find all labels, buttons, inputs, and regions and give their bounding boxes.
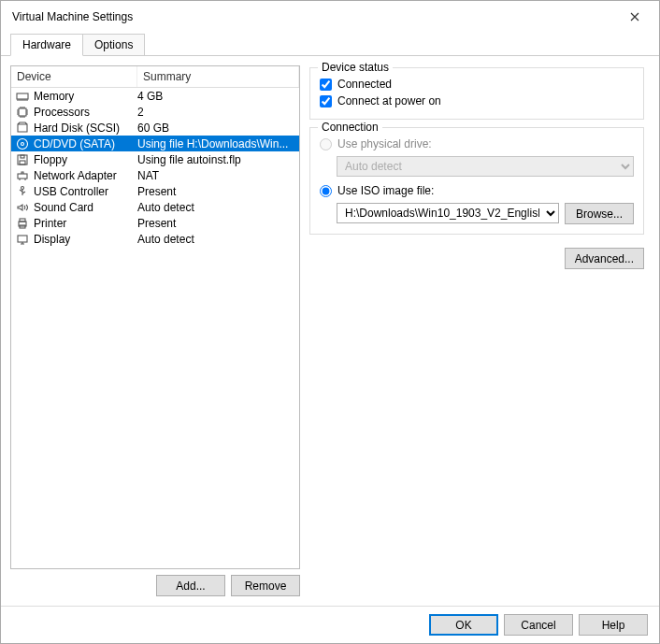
svg-rect-10 xyxy=(20,219,25,222)
memory-icon xyxy=(15,90,30,103)
add-button[interactable]: Add... xyxy=(156,575,225,596)
disk-icon xyxy=(15,122,30,135)
device-summary: 2 xyxy=(137,106,299,119)
header-device[interactable]: Device xyxy=(11,66,137,87)
device-name: Floppy xyxy=(34,153,137,166)
connection-group: Connection Use physical drive: Auto dete… xyxy=(309,127,644,235)
svg-rect-12 xyxy=(18,236,27,242)
device-summary: NAT xyxy=(137,169,299,182)
iso-label: Use ISO image file: xyxy=(337,184,434,197)
svg-rect-0 xyxy=(17,93,28,99)
connected-label: Connected xyxy=(337,78,392,91)
iso-row[interactable]: Use ISO image file: xyxy=(320,182,634,199)
device-name: Display xyxy=(34,233,137,246)
device-list[interactable]: Device Summary Memory4 GBProcessors2Hard… xyxy=(10,65,300,569)
browse-button[interactable]: Browse... xyxy=(565,203,634,224)
device-summary: Present xyxy=(137,185,299,198)
sound-icon xyxy=(15,201,30,214)
ok-button[interactable]: OK xyxy=(429,614,498,636)
device-name: Memory xyxy=(34,90,137,103)
device-summary: 60 GB xyxy=(137,122,299,135)
svg-rect-6 xyxy=(20,161,25,165)
connection-title: Connection xyxy=(318,121,382,134)
list-header: Device Summary xyxy=(11,66,299,88)
svg-rect-5 xyxy=(21,155,24,158)
device-row[interactable]: PrinterPresent xyxy=(11,215,299,231)
svg-point-3 xyxy=(22,142,24,145)
remove-button[interactable]: Remove xyxy=(231,575,300,596)
titlebar: Virtual Machine Settings xyxy=(1,1,659,33)
device-summary: 4 GB xyxy=(137,90,299,103)
svg-rect-7 xyxy=(18,174,27,179)
advanced-button[interactable]: Advanced... xyxy=(565,248,644,269)
device-row[interactable]: Processors2 xyxy=(11,104,299,120)
content-area: Device Summary Memory4 GBProcessors2Hard… xyxy=(1,56,659,606)
device-name: Hard Disk (SCSI) xyxy=(34,122,137,135)
iso-file-select[interactable]: H:\Downloads\Win10_1903_V2_English_x6 xyxy=(337,203,559,223)
dialog-footer: OK Cancel Help xyxy=(1,606,659,643)
device-summary: Using file autoinst.flp xyxy=(137,153,299,166)
svg-rect-1 xyxy=(19,108,26,116)
printer-icon xyxy=(15,217,30,230)
device-name: Processors xyxy=(34,106,137,119)
connected-row[interactable]: Connected xyxy=(320,76,634,93)
net-icon xyxy=(15,169,30,182)
cd-icon xyxy=(15,137,30,150)
floppy-icon xyxy=(15,153,30,166)
device-row[interactable]: Memory4 GB xyxy=(11,88,299,104)
connected-checkbox[interactable] xyxy=(320,79,332,91)
device-row[interactable]: Network AdapterNAT xyxy=(11,167,299,183)
device-status-title: Device status xyxy=(318,61,393,74)
tab-hardware[interactable]: Hardware xyxy=(10,34,83,56)
window-title: Virtual Machine Settings xyxy=(12,10,133,23)
svg-point-2 xyxy=(18,138,28,149)
header-summary[interactable]: Summary xyxy=(137,66,299,87)
close-button[interactable] xyxy=(618,7,652,27)
device-row[interactable]: USB ControllerPresent xyxy=(11,183,299,199)
device-row[interactable]: DisplayAuto detect xyxy=(11,231,299,247)
device-name: Network Adapter xyxy=(34,169,137,182)
device-summary: Auto detect xyxy=(137,201,299,214)
physical-drive-row[interactable]: Use physical drive: xyxy=(320,136,634,152)
device-status-group: Device status Connected Connect at power… xyxy=(309,67,644,120)
device-row[interactable]: Hard Disk (SCSI)60 GB xyxy=(11,120,299,136)
device-name: Printer xyxy=(34,217,137,230)
cancel-button[interactable]: Cancel xyxy=(504,614,573,636)
device-name: Sound Card xyxy=(34,201,137,214)
usb-icon xyxy=(15,185,30,198)
physical-label: Use physical drive: xyxy=(337,137,432,150)
device-summary: Present xyxy=(137,217,299,230)
cpu-icon xyxy=(15,106,30,119)
autopower-row[interactable]: Connect at power on xyxy=(320,93,634,109)
device-name: CD/DVD (SATA) xyxy=(34,137,137,150)
device-row[interactable]: CD/DVD (SATA)Using file H:\Downloads\Win… xyxy=(11,136,299,151)
device-row[interactable]: FloppyUsing file autoinst.flp xyxy=(11,151,299,167)
help-button[interactable]: Help xyxy=(579,614,648,636)
close-icon xyxy=(630,12,639,21)
device-summary: Using file H:\Downloads\Win... xyxy=(137,137,299,150)
device-row[interactable]: Sound CardAuto detect xyxy=(11,199,299,215)
device-buttons: Add... Remove xyxy=(10,569,300,596)
device-name: USB Controller xyxy=(34,185,137,198)
device-summary: Auto detect xyxy=(137,233,299,246)
right-panel: Device status Connected Connect at power… xyxy=(308,65,650,596)
autopower-label: Connect at power on xyxy=(337,94,441,107)
iso-radio[interactable] xyxy=(320,185,332,197)
physical-drive-select: Auto detect xyxy=(337,156,634,177)
display-icon xyxy=(15,233,30,246)
physical-radio[interactable] xyxy=(320,138,332,150)
tab-strip: Hardware Options xyxy=(1,33,659,56)
tab-options[interactable]: Options xyxy=(83,34,145,56)
autopower-checkbox[interactable] xyxy=(320,95,332,107)
left-panel: Device Summary Memory4 GBProcessors2Hard… xyxy=(10,65,300,596)
